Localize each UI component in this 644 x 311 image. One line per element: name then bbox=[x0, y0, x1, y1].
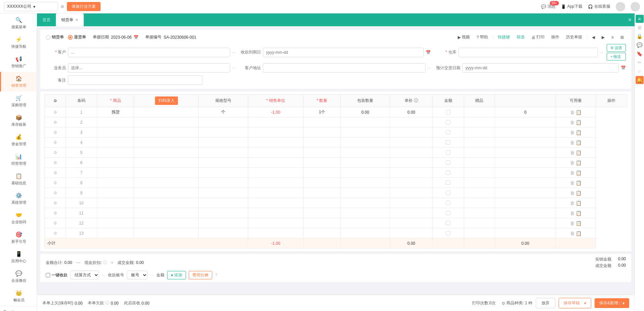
save-draft-split[interactable]: ▾ bbox=[581, 301, 586, 306]
cell-product[interactable]: 拣货 bbox=[97, 107, 134, 117]
cell-settings[interactable]: ⚙ bbox=[45, 117, 66, 127]
copy-icon[interactable]: 📋 bbox=[576, 140, 581, 145]
cell-spec[interactable] bbox=[134, 228, 199, 238]
cell-unit-price[interactable] bbox=[341, 138, 390, 148]
cell-pack-qty[interactable] bbox=[303, 228, 341, 238]
sidebar-item-guide[interactable]: 🎯 新手引导 bbox=[0, 228, 37, 247]
cell-product[interactable] bbox=[97, 158, 134, 168]
cell-spec[interactable] bbox=[134, 148, 199, 158]
sidebar-item-basic-info[interactable]: 📋 基础信息 bbox=[0, 169, 37, 189]
cell-unit-price[interactable] bbox=[341, 148, 390, 158]
cell-unit-price[interactable] bbox=[341, 198, 390, 208]
cell-product[interactable] bbox=[97, 178, 134, 188]
cell-pack-qty[interactable] bbox=[303, 168, 341, 178]
delete-icon[interactable]: 🗑 bbox=[570, 231, 575, 236]
cell-unit-price[interactable] bbox=[341, 188, 390, 198]
cell-unit[interactable] bbox=[199, 178, 248, 188]
cell-unit[interactable]: 个 bbox=[199, 107, 248, 117]
sidebar-item-sales[interactable]: 🏠 销售管理 bbox=[0, 72, 37, 91]
cell-unit-price[interactable] bbox=[341, 208, 390, 218]
cell-unit-price[interactable] bbox=[341, 127, 390, 138]
delete-icon[interactable]: 🗑 bbox=[570, 160, 575, 165]
trial-button[interactable]: 体验行业方案 bbox=[67, 2, 101, 11]
salesperson-more-icon[interactable]: ··· bbox=[232, 66, 235, 70]
customer-address-input[interactable] bbox=[263, 63, 425, 73]
cell-spec[interactable] bbox=[134, 168, 199, 178]
cell-amount[interactable] bbox=[390, 228, 433, 238]
cell-spec[interactable] bbox=[134, 117, 199, 127]
cell-product[interactable] bbox=[97, 218, 134, 228]
tab-home[interactable]: 首页 bbox=[37, 13, 56, 26]
th-settings[interactable]: ⚙ bbox=[45, 94, 66, 107]
copy-icon[interactable]: 📋 bbox=[576, 210, 581, 216]
copy-icon[interactable]: 📋 bbox=[576, 221, 581, 226]
cell-spec[interactable] bbox=[134, 218, 199, 228]
right-tool-message[interactable]: 💬 bbox=[636, 41, 644, 49]
notes-input[interactable] bbox=[68, 75, 202, 85]
cell-amount[interactable] bbox=[390, 138, 433, 148]
cell-amount[interactable] bbox=[390, 148, 433, 158]
cell-product[interactable] bbox=[97, 208, 134, 218]
cell-barcode[interactable]: 11 bbox=[66, 208, 97, 218]
copy-icon[interactable]: 📋 bbox=[576, 130, 581, 135]
sidebar-item-system[interactable]: ⚙️ 系统管理 bbox=[0, 189, 37, 208]
warehouse-more-icon[interactable]: ··· bbox=[600, 50, 603, 55]
cell-settings[interactable]: ⚙ bbox=[45, 188, 66, 198]
online-service-btn[interactable]: 🎧 在线客服 bbox=[588, 4, 610, 9]
cell-unit[interactable] bbox=[199, 218, 248, 228]
payment-method-more-icon[interactable]: ··· bbox=[102, 273, 105, 277]
logistics-action-btn[interactable]: + 物流 bbox=[607, 53, 626, 61]
fee-btn[interactable]: 费用分摊 bbox=[189, 271, 212, 279]
debit-help-icon[interactable]: ⓘ bbox=[105, 300, 109, 306]
cell-spec[interactable] bbox=[134, 208, 199, 218]
cell-barcode[interactable]: 6 bbox=[66, 158, 97, 168]
sales-order-radio[interactable]: 销货单 bbox=[46, 34, 64, 40]
tab-sales-order[interactable]: 销货单 ✕ bbox=[56, 13, 84, 26]
cell-product[interactable] bbox=[97, 168, 134, 178]
cell-spec[interactable] bbox=[134, 198, 199, 208]
salesperson-input[interactable] bbox=[68, 63, 230, 73]
cell-unit-price[interactable] bbox=[341, 178, 390, 188]
calendar-icon[interactable]: 📅 bbox=[134, 35, 139, 40]
settings-bottom-icon[interactable]: ⚙ bbox=[3, 309, 7, 311]
delivery-date-input[interactable] bbox=[462, 63, 619, 73]
cell-settings[interactable]: ⚙ bbox=[45, 198, 66, 208]
operation-btn[interactable]: 操作 bbox=[549, 34, 561, 41]
account-more-icon[interactable]: ··· bbox=[150, 273, 154, 277]
cell-amount[interactable] bbox=[390, 178, 433, 188]
cell-quantity[interactable] bbox=[248, 178, 303, 188]
avatar-2[interactable] bbox=[631, 2, 640, 11]
cell-pack-qty[interactable] bbox=[303, 127, 341, 138]
address-more-icon[interactable]: ··· bbox=[427, 66, 431, 70]
cell-gift[interactable] bbox=[433, 218, 464, 228]
cell-unit-price[interactable] bbox=[341, 218, 390, 228]
cell-barcode[interactable]: 9 bbox=[66, 188, 97, 198]
cell-gift[interactable] bbox=[433, 178, 464, 188]
cell-product[interactable] bbox=[97, 188, 134, 198]
cell-gift[interactable] bbox=[433, 107, 464, 117]
cell-gift[interactable] bbox=[433, 148, 464, 158]
help-btn[interactable]: ? 帮助 bbox=[475, 34, 490, 41]
cell-quantity[interactable] bbox=[248, 218, 303, 228]
cell-settings[interactable]: ⚙ bbox=[45, 107, 66, 117]
save-new-split[interactable]: ▾ bbox=[619, 301, 624, 306]
cell-amount[interactable] bbox=[390, 218, 433, 228]
cell-barcode[interactable]: 7 bbox=[66, 168, 97, 178]
scan-btn[interactable]: 扫码录入 bbox=[155, 96, 178, 105]
copy-icon[interactable]: 📋 bbox=[576, 110, 581, 115]
sidebar-item-wechat[interactable]: 💬 企业微信 bbox=[0, 267, 37, 286]
shortcut-btn[interactable]: 快捷键 bbox=[496, 34, 512, 41]
one-click-payment-checkbox[interactable]: 一键收款 bbox=[46, 272, 68, 278]
add-payment-btn[interactable]: ● 添加 bbox=[167, 271, 186, 279]
cell-unit[interactable] bbox=[199, 138, 248, 148]
cell-gift[interactable] bbox=[433, 208, 464, 218]
cell-unit[interactable] bbox=[199, 228, 248, 238]
save-new-btn[interactable]: 保存&新增 ▾ bbox=[595, 298, 629, 308]
cell-unit[interactable] bbox=[199, 188, 248, 198]
cell-barcode[interactable]: 5 bbox=[66, 148, 97, 158]
payment-date-input[interactable] bbox=[263, 48, 423, 57]
settings-icon[interactable]: ⚙ bbox=[61, 4, 64, 9]
cell-settings[interactable]: ⚙ bbox=[45, 158, 66, 168]
delete-icon[interactable]: 🗑 bbox=[570, 180, 575, 186]
message-btn[interactable]: 💬 消息 99+ bbox=[541, 4, 556, 9]
